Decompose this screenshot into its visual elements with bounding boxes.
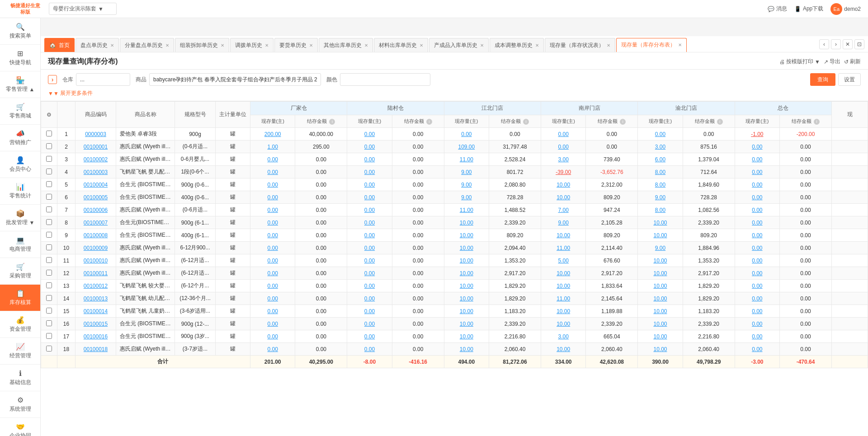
goods-input[interactable]	[149, 73, 321, 86]
col-spec: (6-12月适...	[175, 254, 216, 267]
col-check[interactable]	[41, 191, 57, 204]
print-button[interactable]: 🖨 按模版打印 ▼	[779, 58, 820, 66]
col-fj-qty: 0.00	[250, 280, 295, 292]
tab-close-icon[interactable]: ✕	[678, 42, 682, 47]
tab-home[interactable]: 🏠 首页	[44, 38, 75, 52]
col-check[interactable]	[41, 267, 57, 280]
col-check[interactable]	[41, 204, 57, 216]
export-button[interactable]: ↗ 导出	[824, 58, 840, 66]
sidebar-item-marketing[interactable]: 📣 营销推广	[0, 125, 40, 151]
tab-product-in[interactable]: 产成品入库单历史 ✕	[429, 38, 489, 52]
sidebar-item-quicknav[interactable]: ⊞ 快捷导航	[0, 45, 40, 71]
info-icon[interactable]: i	[814, 119, 820, 125]
tab-close-icon[interactable]: ✕	[420, 43, 423, 48]
color-input[interactable]	[340, 73, 430, 86]
col-check[interactable]	[41, 254, 57, 267]
tabs-next-button[interactable]: ›	[831, 39, 841, 49]
tab-requisition[interactable]: 要货单历史 ✕	[274, 38, 318, 52]
table-container: ⚙ 商品编码 商品名称 规格型号 主计量单位 厂家仓 陆村仓 江北门店 南岸门店…	[41, 101, 868, 436]
sidebar-item-enterprise[interactable]: 🤝 企业协同	[0, 418, 40, 436]
sidebar-item-member[interactable]: 👤 会员中心	[0, 151, 40, 178]
tab-combo-split[interactable]: 组装拆卸单历史 ✕	[175, 38, 229, 52]
sidebar-item-wholesale[interactable]: 📦 批发管理 ▼	[0, 205, 40, 231]
refresh-button[interactable]: ↺ 刷新	[844, 58, 861, 66]
tab-transfer[interactable]: 调拨单历史 ✕	[230, 38, 274, 52]
col-fj-qty: 0.00	[250, 292, 295, 305]
filter-expand-icon[interactable]: ›	[48, 75, 57, 84]
warehouse-input[interactable]: ...	[76, 73, 130, 86]
col-check[interactable]	[41, 128, 57, 141]
col-cur-qty	[832, 153, 868, 166]
col-na-amt: 2,114.40	[586, 242, 638, 254]
col-check[interactable]	[41, 318, 57, 330]
table-row: 8 00100007 合生元(BIOSTIME)派... 900g (6-1..…	[41, 216, 868, 229]
info-icon[interactable]: i	[523, 119, 529, 125]
tab-close-icon[interactable]: ✕	[480, 43, 484, 48]
sidebar-item-purchase[interactable]: 🛒 采购管理	[0, 258, 40, 285]
tab-close-icon[interactable]: ✕	[221, 43, 224, 48]
sidebar-item-system[interactable]: ⚙ 系统管理	[0, 391, 40, 418]
sidebar-item-search[interactable]: 🔍 搜索英单	[0, 18, 40, 45]
col-check[interactable]	[41, 166, 57, 178]
settings-button[interactable]: 设置	[838, 73, 861, 86]
tab-close-icon[interactable]: ✕	[265, 43, 269, 48]
col-check[interactable]	[41, 229, 57, 242]
col-check[interactable]	[41, 216, 57, 229]
tab-close-icon[interactable]: ✕	[309, 43, 313, 48]
footer-yb-amt: 49,798.29	[683, 356, 735, 368]
col-check[interactable]	[41, 141, 57, 153]
col-yb-amt: 809.20	[683, 229, 735, 242]
main-wrapper: 🏠 首页 盘点单历史 ✕ 分量盘点单历史 ✕ 组装拆卸单历史 ✕ 调拨单历史 ✕…	[41, 36, 868, 436]
table-row: 15 00100014 飞鹤星飞帆 儿童奶粉 4... (3-6岁适用... 罐…	[41, 305, 868, 318]
tab-inventory-check[interactable]: 盘点单历史 ✕	[75, 38, 119, 52]
tab-other-out[interactable]: 其他出库单历史 ✕	[319, 38, 373, 52]
sidebar-item-label: 企业协同	[0, 432, 40, 436]
sidebar-item-retail-shop[interactable]: 🛒 零售商城	[0, 98, 40, 125]
tab-close-icon[interactable]: ✕	[165, 43, 169, 48]
tabs-expand-button[interactable]: ⊡	[854, 39, 864, 49]
info-icon[interactable]: i	[426, 119, 432, 125]
col-fj-qty: 0.00	[250, 153, 295, 166]
sidebar-item-retail-mgmt[interactable]: 🏪 零售管理 ▲	[0, 71, 40, 98]
tab-cost-adjust[interactable]: 成本调整单历史 ✕	[490, 38, 544, 52]
col-check[interactable]	[41, 280, 57, 292]
sidebar-item-retail-stats[interactable]: 📊 零售统计	[0, 178, 40, 205]
expand-more-button[interactable]: ▼▼ 展开更多条件	[48, 89, 861, 97]
sidebar-item-basics[interactable]: ℹ 基础信息	[0, 365, 40, 391]
tab-material-out[interactable]: 材料出库单历史 ✕	[374, 38, 428, 52]
table-row: 14 00100013 飞鹤星飞帆 幼儿配方奶... (12-36个月... 罐…	[41, 292, 868, 305]
col-check[interactable]	[41, 292, 57, 305]
col-code: 00100010	[75, 254, 116, 267]
tab-stock-status[interactable]: 现存量（库存状况表） ✕	[545, 38, 615, 52]
sidebar-item-finance[interactable]: 💰 资金管理	[0, 311, 40, 338]
query-button[interactable]: 查询	[810, 73, 835, 86]
filter-area: › 仓库 ... 商品 颜色 查询 设置 ▼▼ 展	[41, 70, 868, 101]
col-check[interactable]	[41, 343, 57, 356]
col-yb-amt: 2,339.20	[683, 216, 735, 229]
sidebar-item-operations[interactable]: 📈 经营管理	[0, 338, 40, 365]
col-settings[interactable]: ⚙	[41, 102, 57, 128]
industry-selector[interactable]: 母婴行业演示陈套 ▼	[49, 3, 117, 15]
col-check[interactable]	[41, 305, 57, 318]
sidebar-item-inventory[interactable]: 📋 库存核算	[0, 285, 40, 311]
info-icon[interactable]: i	[717, 119, 723, 125]
app-download-link[interactable]: 📱 App下载	[794, 5, 823, 13]
col-check[interactable]	[41, 242, 57, 254]
col-check[interactable]	[41, 178, 57, 191]
info-icon[interactable]: i	[329, 119, 335, 125]
col-check[interactable]	[41, 153, 57, 166]
tab-close-icon[interactable]: ✕	[535, 43, 539, 48]
tabs-prev-button[interactable]: ‹	[819, 39, 829, 49]
tab-stock-dist[interactable]: 现存量（库存分布表） ✕	[616, 38, 687, 52]
tab-close-icon[interactable]: ✕	[110, 43, 114, 48]
tab-dist-check[interactable]: 分量盘点单历史 ✕	[120, 38, 174, 52]
tab-close-icon[interactable]: ✕	[364, 43, 368, 48]
sidebar-item-ecommerce[interactable]: 💻 电商管理	[0, 231, 40, 258]
tab-close-icon[interactable]: ✕	[607, 43, 610, 48]
message-link[interactable]: 💬 消息	[768, 5, 787, 13]
col-fj-amt: 0.00	[295, 216, 347, 229]
user-profile[interactable]: Ea demo2	[830, 3, 861, 15]
tabs-close-button[interactable]: ✕	[843, 39, 853, 49]
col-check[interactable]	[41, 330, 57, 343]
info-icon[interactable]: i	[620, 119, 626, 125]
